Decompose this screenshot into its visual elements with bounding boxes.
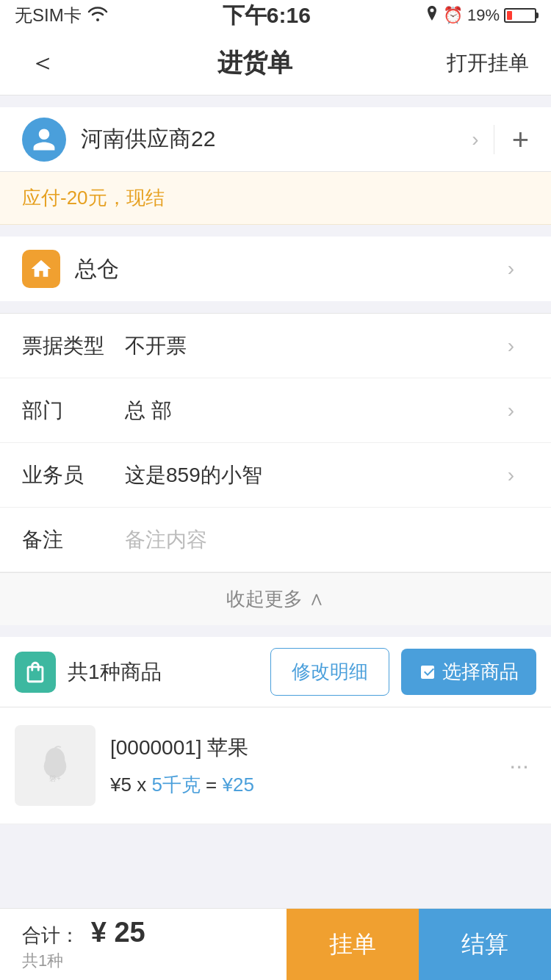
invoice-value: 不开票 bbox=[125, 332, 508, 360]
bottom-bar: 合计： ¥ 25 共1种 挂单 结算 bbox=[0, 908, 551, 980]
remark-input[interactable]: 备注内容 bbox=[125, 526, 529, 554]
product-title-text: 苹果 bbox=[207, 736, 248, 759]
sales-row[interactable]: 业务员 这是859的小智 › bbox=[0, 443, 551, 508]
form-section: 票据类型 不开票 › 部门 总 部 › 业务员 这是859的小智 › 备注 备注… bbox=[0, 313, 551, 625]
collapse-button[interactable]: 收起更多 ∧ bbox=[0, 572, 551, 625]
sales-chevron-icon: › bbox=[508, 464, 514, 487]
bottom-spacer bbox=[0, 824, 551, 896]
product-more-button[interactable]: ··· bbox=[502, 745, 536, 787]
total-section: 合计： ¥ 25 共1种 bbox=[0, 917, 287, 972]
add-button[interactable]: + bbox=[494, 125, 529, 154]
edit-detail-button[interactable]: 修改明细 bbox=[270, 648, 389, 696]
chevron-right-icon: › bbox=[472, 128, 478, 151]
battery-percent: 19% bbox=[467, 6, 500, 25]
warning-banner: 应付-20元，现结 bbox=[0, 172, 551, 225]
dept-value: 总 部 bbox=[125, 397, 508, 425]
product-id: [0000001] bbox=[110, 736, 202, 759]
warehouse-name: 总仓 bbox=[75, 254, 508, 284]
products-icon bbox=[15, 652, 56, 693]
open-hang-button[interactable]: 打开挂单 bbox=[447, 49, 529, 77]
invoice-label: 票据类型 bbox=[22, 332, 110, 360]
battery-icon bbox=[504, 8, 536, 23]
products-section: 共1种商品 修改明细 选择商品 磐+ [0000001] 苹果 ¥5 bbox=[0, 637, 551, 824]
product-item: 磐+ [0000001] 苹果 ¥5 x 5千克 = ¥25 ··· bbox=[0, 707, 551, 824]
svg-text:磐+: 磐+ bbox=[49, 774, 61, 782]
carrier-label: 无SIM卡 bbox=[15, 4, 82, 27]
product-price: ¥5 x 5千克 = ¥25 bbox=[110, 772, 502, 798]
divider-1 bbox=[0, 96, 551, 107]
back-button[interactable]: ＜ bbox=[22, 37, 63, 88]
equals-sign: = bbox=[206, 774, 222, 796]
multiply-sign: x bbox=[137, 774, 151, 796]
remark-row[interactable]: 备注 备注内容 bbox=[0, 508, 551, 572]
supplier-name: 河南供应商22 bbox=[81, 124, 472, 154]
location-icon bbox=[425, 6, 439, 25]
price-text: ¥5 bbox=[110, 774, 132, 796]
dept-chevron-icon: › bbox=[508, 399, 514, 422]
select-icon bbox=[419, 663, 436, 681]
warehouse-section[interactable]: 总仓 › bbox=[0, 237, 551, 301]
status-left: 无SIM卡 bbox=[15, 4, 108, 27]
hang-button[interactable]: 挂单 bbox=[287, 909, 419, 981]
product-thumbnail: 磐+ bbox=[15, 725, 96, 806]
checkout-button[interactable]: 结算 bbox=[419, 909, 551, 981]
wifi-icon bbox=[87, 5, 108, 26]
sales-value: 这是859的小智 bbox=[125, 461, 508, 489]
warehouse-icon bbox=[22, 250, 60, 288]
person-icon bbox=[31, 126, 57, 153]
status-right: ⏰ 19% bbox=[425, 6, 536, 25]
select-product-label: 选择商品 bbox=[442, 659, 519, 685]
home-icon bbox=[29, 257, 53, 281]
dept-row[interactable]: 部门 总 部 › bbox=[0, 378, 551, 443]
product-info: [0000001] 苹果 ¥5 x 5千克 = ¥25 bbox=[110, 734, 502, 798]
select-product-button[interactable]: 选择商品 bbox=[401, 649, 536, 695]
invoice-row[interactable]: 票据类型 不开票 › bbox=[0, 314, 551, 378]
dept-label: 部门 bbox=[22, 397, 110, 425]
product-name: [0000001] 苹果 bbox=[110, 734, 502, 762]
products-header: 共1种商品 修改明细 选择商品 bbox=[0, 637, 551, 707]
status-bar: 无SIM卡 下午6:16 ⏰ 19% bbox=[0, 0, 551, 31]
shopping-bag-icon bbox=[23, 660, 48, 685]
remark-label: 备注 bbox=[22, 526, 110, 554]
time-label: 下午6:16 bbox=[223, 1, 311, 31]
supplier-row[interactable]: 河南供应商22 › + bbox=[0, 107, 551, 172]
total-label: 合计： bbox=[22, 924, 79, 946]
product-image-icon: 磐+ bbox=[33, 743, 77, 788]
total-text: ¥25 bbox=[223, 774, 254, 796]
products-count: 共1种商品 bbox=[68, 658, 270, 686]
total-count: 共1种 bbox=[22, 950, 264, 972]
supplier-avatar bbox=[22, 118, 66, 162]
warehouse-chevron-icon: › bbox=[508, 257, 514, 281]
supplier-section: 河南供应商22 › + 应付-20元，现结 bbox=[0, 107, 551, 225]
total-amount: ¥ 25 bbox=[91, 917, 145, 948]
page-title: 进货单 bbox=[217, 46, 292, 80]
nav-bar: ＜ 进货单 打开挂单 bbox=[0, 31, 551, 96]
divider-2 bbox=[0, 225, 551, 237]
quantity-text: 5千克 bbox=[151, 774, 200, 796]
warehouse-row[interactable]: 总仓 › bbox=[0, 237, 551, 301]
alarm-icon: ⏰ bbox=[443, 6, 463, 25]
sales-label: 业务员 bbox=[22, 461, 110, 489]
invoice-chevron-icon: › bbox=[508, 334, 514, 358]
